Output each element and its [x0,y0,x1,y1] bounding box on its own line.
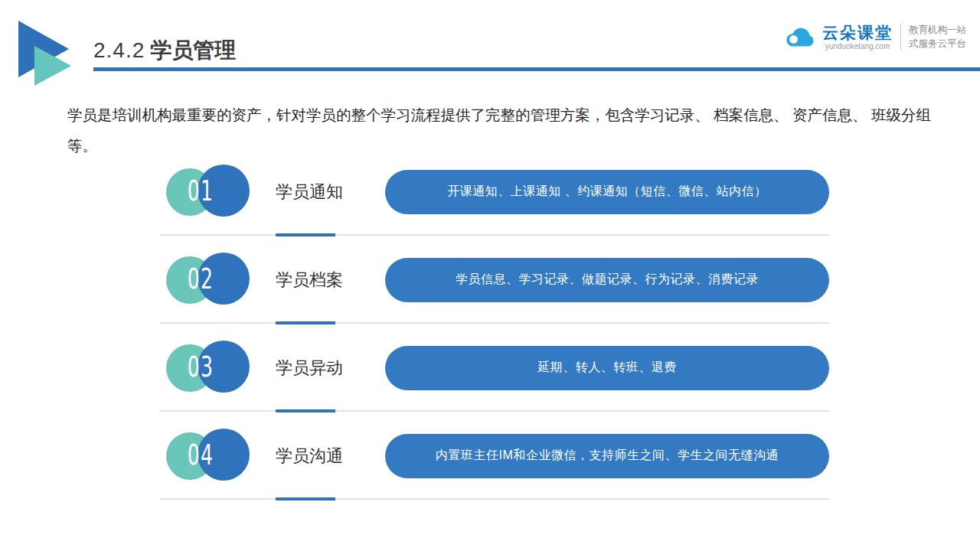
logo-divider [900,23,901,51]
feature-label: 学员通知 [276,181,375,204]
brand-tagline-line1: 教育机构一站 [909,23,966,37]
feature-row-notify: 01 学员通知 开课通知、上课通知 、约课通知（短信、微信、站内信） [159,148,829,236]
slide-student-management: 2.4.2学员管理 云朵课堂 yunduoketang.com 教育机构一站 式… [0,0,980,551]
brand-name: 云朵课堂 [822,24,893,41]
row-separator-accent [276,497,335,500]
feature-row-communicate: 04 学员沟通 内置班主任IM和企业微信，支持师生之间、学生之间无缝沟通 [159,412,829,500]
feature-row-archive: 02 学员档案 学员信息、学习记录、做题记录、行为记录、消费记录 [159,236,829,324]
feature-row-change: 03 学员异动 延期、转人、转班、退费 [159,324,829,412]
step-number: 01 [185,175,217,206]
step-number-badge: 01 [166,165,250,220]
section-number: 2.4.2 [93,38,145,62]
feature-label: 学员异动 [276,357,375,380]
brand-domain: yunduoketang.com [825,42,890,51]
feature-list: 01 学员通知 开课通知、上课通知 、约课通知（短信、微信、站内信） 02 学员… [159,148,829,500]
feature-description-pill: 延期、转人、转班、退费 [385,346,829,390]
page-title: 2.4.2学员管理 [93,36,236,65]
brand-text-block: 云朵课堂 yunduoketang.com [822,24,893,51]
step-number: 02 [185,263,217,294]
title-underline [93,67,980,71]
step-number: 04 [185,439,217,470]
section-title: 学员管理 [150,38,236,62]
step-number-badge: 03 [166,341,250,396]
brand-logo[interactable]: 云朵课堂 yunduoketang.com 教育机构一站 式服务云平台 [782,23,966,51]
cloud-icon [782,23,819,51]
feature-label: 学员档案 [276,269,375,292]
brand-tagline: 教育机构一站 式服务云平台 [909,23,966,51]
step-number-badge: 02 [166,253,250,308]
row-separator [159,498,829,500]
brand-tagline-line2: 式服务云平台 [909,37,966,51]
step-number: 03 [185,351,217,382]
step-number-badge: 04 [166,429,250,484]
feature-description-pill: 开课通知、上课通知 、约课通知（短信、微信、站内信） [385,170,829,214]
feature-description-pill: 内置班主任IM和企业微信，支持师生之间、学生之间无缝沟通 [385,434,829,478]
feature-description-pill: 学员信息、学习记录、做题记录、行为记录、消费记录 [385,258,829,302]
feature-label: 学员沟通 [276,445,375,468]
